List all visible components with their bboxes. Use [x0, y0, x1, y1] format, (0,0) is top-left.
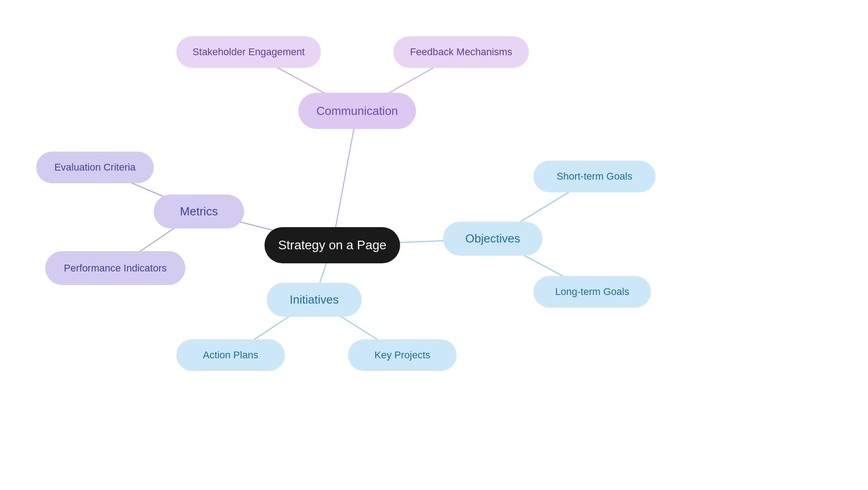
initiatives-label: Initiatives	[290, 293, 339, 307]
metrics-node[interactable]: Metrics	[154, 195, 244, 228]
actionplans-label: Action Plans	[203, 349, 258, 361]
evaluation-node[interactable]: Evaluation Criteria	[36, 152, 154, 183]
metrics-label: Metrics	[180, 205, 218, 219]
shortterm-label: Short-term Goals	[557, 171, 632, 182]
stakeholder-node[interactable]: Stakeholder Engagement	[176, 36, 321, 68]
stakeholder-label: Stakeholder Engagement	[193, 46, 305, 58]
longterm-label: Long-term Goals	[555, 286, 629, 298]
actionplans-node[interactable]: Action Plans	[176, 339, 285, 371]
initiatives-node[interactable]: Initiatives	[267, 283, 362, 317]
communication-node[interactable]: Communication	[298, 93, 416, 129]
objectives-node[interactable]: Objectives	[443, 222, 542, 256]
feedback-label: Feedback Mechanisms	[410, 46, 512, 58]
svg-line-0	[332, 111, 357, 245]
center-label: Strategy on a Page	[278, 238, 387, 252]
performance-node[interactable]: Performance Indicators	[45, 251, 185, 285]
keyprojects-label: Key Projects	[374, 349, 430, 361]
feedback-node[interactable]: Feedback Mechanisms	[393, 36, 529, 68]
longterm-node[interactable]: Long-term Goals	[533, 276, 651, 308]
keyprojects-node[interactable]: Key Projects	[348, 339, 457, 371]
performance-label: Performance Indicators	[64, 262, 166, 274]
center-node[interactable]: Strategy on a Page	[264, 227, 400, 263]
shortterm-node[interactable]: Short-term Goals	[533, 161, 656, 192]
evaluation-label: Evaluation Criteria	[54, 162, 136, 173]
communication-label: Communication	[316, 104, 398, 118]
objectives-label: Objectives	[465, 232, 520, 246]
